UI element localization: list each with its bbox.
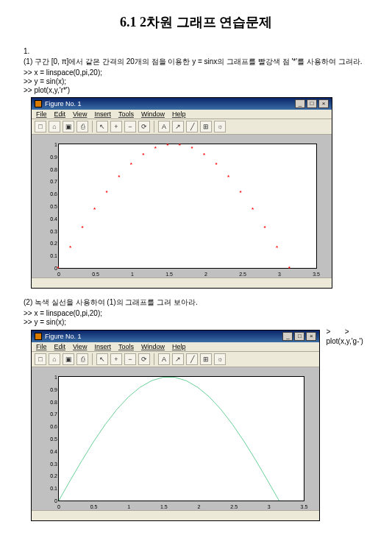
line-icon[interactable]: ╱ — [186, 353, 198, 365]
print-icon[interactable]: ⎙ — [76, 121, 88, 132]
zoomout-icon[interactable]: − — [124, 353, 136, 365]
axes-icon[interactable]: ⊞ — [200, 121, 212, 132]
menu-file[interactable]: File — [36, 110, 47, 118]
chart-marker: * — [57, 266, 61, 270]
toolbar-separator — [92, 353, 93, 365]
figure-title: Figure No. 1 — [45, 333, 82, 340]
close-button[interactable]: × — [306, 332, 316, 341]
menu-edit[interactable]: Edit — [54, 110, 66, 118]
plot-line: 00.10.20.30.40.50.60.70.80.9100.511.522.… — [59, 377, 304, 501]
new-icon[interactable]: □ — [35, 121, 46, 132]
figure-title: Figure No. 1 — [45, 100, 82, 107]
figure-statusbar — [32, 510, 319, 520]
arrow-icon[interactable]: ↖ — [96, 121, 108, 132]
figure-window-2: Figure No. 1 _ □ × File Edit View Insert… — [31, 330, 320, 521]
toolbar-separator — [154, 121, 154, 132]
matlab-figure-icon — [35, 333, 42, 340]
chart-marker: * — [154, 146, 158, 150]
chart-marker: * — [288, 266, 292, 270]
prompt-char: > — [326, 328, 330, 336]
chart-marker: * — [106, 190, 110, 194]
arrow2-icon[interactable]: ↗ — [172, 121, 184, 132]
prompt-char: > — [345, 328, 349, 336]
close-button[interactable]: × — [318, 99, 329, 108]
chart-marker: * — [179, 143, 182, 146]
code-line: >> x = linspace(0,pi,20); — [24, 68, 368, 77]
menu-insert[interactable]: Insert — [94, 110, 111, 118]
maximize-button[interactable]: □ — [294, 332, 304, 341]
figure-titlebar[interactable]: Figure No. 1 _ □ × — [32, 98, 332, 110]
chart-marker: * — [118, 175, 121, 179]
axes-icon[interactable]: ⊞ — [200, 353, 212, 365]
chart-marker: * — [215, 163, 218, 166]
save-icon[interactable]: ▣ — [63, 121, 74, 132]
maximize-button[interactable]: □ — [307, 99, 317, 108]
menu-help[interactable]: Help — [172, 110, 186, 118]
menu-edit[interactable]: Edit — [54, 343, 66, 350]
menu-help[interactable]: Help — [172, 343, 186, 350]
chart-marker: * — [93, 208, 97, 211]
code-line: >> y = sin(x); — [24, 77, 368, 85]
code-line: >> plot(x,y,'r*') — [24, 86, 368, 94]
minimize-button[interactable]: _ — [295, 99, 305, 108]
light-icon[interactable]: ☼ — [214, 121, 226, 132]
figure-window-1: Figure No. 1 _ □ × File Edit View Insert… — [31, 97, 332, 289]
arrow2-icon[interactable]: ↗ — [172, 353, 184, 365]
menu-insert[interactable]: Insert — [94, 343, 111, 350]
text-icon[interactable]: A — [158, 353, 170, 365]
zoomout-icon[interactable]: − — [124, 121, 136, 132]
part1-desc: (1) 구간 [0, π]에서 같은 간격의 20개의 점을 이용한 y = s… — [24, 57, 368, 67]
figure-titlebar[interactable]: Figure No. 1 _ □ × — [32, 330, 319, 342]
open-icon[interactable]: ⌂ — [49, 353, 60, 365]
figure-menubar: File Edit View Insert Tools Window Help — [32, 342, 319, 352]
arrow-icon[interactable]: ↖ — [96, 353, 108, 365]
figure-toolbar: □ ⌂ ▣ ⎙ ↖ + − ⟳ A ↗ ╱ ⊞ ☼ — [32, 119, 332, 135]
chart-marker: * — [252, 208, 255, 211]
menu-view[interactable]: View — [73, 110, 87, 118]
chart-marker: * — [276, 246, 279, 250]
rotate-icon[interactable]: ⟳ — [138, 121, 150, 132]
rotate-icon[interactable]: ⟳ — [138, 353, 150, 365]
open-icon[interactable]: ⌂ — [49, 121, 60, 132]
plot-area: 00.10.20.30.40.50.60.70.80.9100.511.522.… — [58, 376, 304, 501]
part2-desc: (2) 녹색 실선을 사용하여 (1)의 그래프를 그려 보아라. — [24, 297, 368, 308]
chart-marker: * — [166, 143, 170, 146]
menu-file[interactable]: File — [36, 343, 47, 350]
page-title: 6.1 2차원 그래프 연습문제 — [24, 13, 368, 31]
chart-marker: * — [82, 226, 85, 230]
save-icon[interactable]: ▣ — [63, 353, 74, 365]
figure-canvas: 00.10.20.30.40.50.60.70.80.9100.511.522.… — [32, 367, 319, 510]
menu-tools[interactable]: Tools — [118, 343, 134, 350]
chart-marker: * — [142, 153, 146, 157]
minimize-button[interactable]: _ — [282, 332, 293, 341]
figure-menubar: File Edit View Insert Tools Window Help — [32, 110, 332, 119]
text-icon[interactable]: A — [158, 121, 170, 132]
chart-curve — [59, 377, 304, 501]
plot-scatter: 00.10.20.30.40.50.60.70.80.9100.511.522.… — [59, 144, 316, 268]
menu-tools[interactable]: Tools — [118, 110, 134, 118]
chart-marker: * — [130, 163, 134, 166]
code-line: >> x = linspace(0,pi,20); — [24, 309, 368, 317]
question-number: 1. — [24, 47, 368, 55]
toolbar-separator — [92, 121, 93, 132]
plot-area: 00.10.20.30.40.50.60.70.80.9100.511.522.… — [58, 144, 317, 269]
matlab-figure-icon — [35, 100, 42, 107]
figure-canvas: 00.10.20.30.40.50.60.70.80.9100.511.522.… — [32, 135, 332, 278]
chart-marker: * — [203, 153, 207, 157]
menu-window[interactable]: Window — [141, 343, 165, 350]
chart-marker: * — [227, 175, 231, 179]
menu-window[interactable]: Window — [141, 110, 165, 118]
chart-marker: * — [239, 190, 243, 194]
menu-view[interactable]: View — [73, 343, 87, 350]
chart-marker: * — [69, 246, 73, 250]
light-icon[interactable]: ☼ — [214, 353, 226, 365]
print-icon[interactable]: ⎙ — [76, 353, 88, 365]
side-code: > > plot(x,y,'g-') — [326, 327, 368, 346]
chart-marker: * — [190, 146, 194, 150]
zoomin-icon[interactable]: + — [110, 121, 122, 132]
figure-statusbar — [32, 278, 332, 288]
new-icon[interactable]: □ — [35, 353, 46, 365]
toolbar-separator — [154, 353, 154, 365]
line-icon[interactable]: ╱ — [186, 121, 198, 132]
zoomin-icon[interactable]: + — [110, 353, 122, 365]
